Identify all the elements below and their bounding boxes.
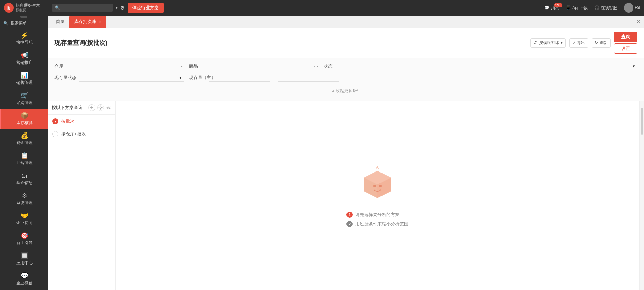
search-icon: 🔍 <box>55 5 60 10</box>
user-avatar-area[interactable]: Rit <box>624 3 640 13</box>
product-input[interactable] <box>209 62 311 70</box>
product-more-icon[interactable]: ··· <box>314 63 318 69</box>
tab-bar: 首页 库存批次账 ✕ ✕ <box>48 16 644 28</box>
status-dropdown-icon: ▾ <box>633 64 635 69</box>
finance-icon: 💰 <box>21 132 28 139</box>
topbar-right: 💬 消息 99+ 📱 App下载 🎧 在线客服 Rit <box>544 3 640 13</box>
tab-inventory-batch-label: 库存批次账 <box>74 19 96 25</box>
sidebar-label: 经营管理 <box>16 160 33 166</box>
right-scrollbar[interactable] <box>639 101 644 290</box>
online-service-button[interactable]: 🎧 在线客服 <box>594 5 617 11</box>
status-filter: 状态 ▾ <box>324 62 637 70</box>
operation-icon: 📋 <box>21 152 28 159</box>
messages-button[interactable]: 💬 消息 99+ <box>544 5 559 11</box>
filter-row-2: 现存量状态 ▾ 现存量（主） — <box>54 74 637 82</box>
product-label: 商品 <box>189 63 206 69</box>
collapse-more-btn[interactable]: ∧ 收起更多条件 <box>54 85 637 96</box>
experience-button[interactable]: 体验行业方案 <box>128 3 164 13</box>
inventory-status-dropdown-icon: ▾ <box>179 75 182 80</box>
sidebar-label: 营销推广 <box>16 60 33 66</box>
sidebar-label: 新手引导 <box>16 240 33 246</box>
sidebar-item-system[interactable]: ⚙ 系统管理 <box>0 189 48 209</box>
warehouse-more-icon[interactable]: ··· <box>179 63 184 69</box>
sidebar-label: 库存核算 <box>16 120 33 126</box>
content-area: 首页 库存批次账 ✕ ✕ 现存量查询(按批次) 🖨 按模板打印 ▾ <box>48 16 644 290</box>
sidebar-item-guide[interactable]: 🎯 新手引导 <box>0 229 48 249</box>
scheme-settings-btn[interactable] <box>97 104 104 111</box>
empty-tips: 1 请先选择要分析的方案 2 用过滤条件来缩小分析范围 <box>346 212 408 227</box>
body-layout: 按以下方案查询 + ≪ ● 按批次 <box>48 101 644 290</box>
refresh-icon: ↻ <box>595 40 598 45</box>
topbar: b 畅康通好生意 标准版 🔍 ▾ ⚙ 体验行业方案 💬 消息 99+ 📱 App… <box>0 0 644 16</box>
data-area: 1 请先选择要分析的方案 2 用过滤条件来缩小分析范围 <box>116 101 639 290</box>
sidebar-item-basic[interactable]: 🗂 基础信息 <box>0 169 48 189</box>
sidebar-label: 采购管理 <box>16 100 33 106</box>
quick-nav-icon: ⚡ <box>21 32 28 38</box>
sidebar-item-quick-nav[interactable]: ⚡ 快捷导航 <box>0 29 48 49</box>
sidebar-item-enterprise[interactable]: 🤝 企业协同 <box>0 209 48 229</box>
settings-button[interactable]: 设置 <box>614 43 637 54</box>
close-all-tabs-btn[interactable]: ✕ <box>636 18 641 25</box>
range-separator: — <box>271 75 277 81</box>
topbar-dropdown-btn[interactable]: ▾ <box>116 5 118 10</box>
tab-inventory-batch[interactable]: 库存批次账 ✕ <box>69 16 106 28</box>
scheme-panel-title: 按以下方案查询 <box>52 105 86 111</box>
scheme-item-by-batch[interactable]: ● 按批次 <box>48 115 115 128</box>
tab-home[interactable]: 首页 <box>51 16 69 28</box>
sidebar-item-wechat[interactable]: 💬 企业微信 <box>0 269 48 289</box>
collapse-arrow-icon: ∧ <box>332 89 335 93</box>
status-select[interactable]: ▾ <box>343 62 637 70</box>
sidebar-item-apps[interactable]: 🔲 应用中心 <box>0 249 48 269</box>
sidebar-label: 企业协同 <box>16 220 33 226</box>
query-settings-group: 查询 设置 <box>614 32 637 54</box>
page-actions: 🖨 按模板打印 ▾ ↗ 导出 ↻ 刷新 查询 设置 <box>530 32 637 54</box>
collapse-label: 收起更多条件 <box>336 88 360 94</box>
sidebar-item-purchase[interactable]: 🛒 采购管理 <box>0 89 48 109</box>
message-icon: 💬 <box>544 5 549 10</box>
sidebar-search[interactable]: 🔍 搜索菜单 <box>0 18 48 29</box>
product-filter: 商品 ··· <box>189 62 318 70</box>
empty-state: 1 请先选择要分析的方案 2 用过滤条件来缩小分析范围 <box>116 101 639 290</box>
basic-icon: 🗂 <box>21 173 28 179</box>
topbar-center: 🔍 ▾ ⚙ 体验行业方案 <box>52 3 544 13</box>
tip-text-1: 请先选择要分析的方案 <box>355 212 400 218</box>
warehouse-input[interactable] <box>74 62 176 70</box>
refresh-button[interactable]: ↻ 刷新 <box>592 38 611 48</box>
user-name: Rit <box>635 5 640 10</box>
sidebar: 🔍 搜索菜单 ⚡ 快捷导航 📢 营销推广 📊 销售管理 🛒 采购管理 📦 库存核… <box>0 16 48 290</box>
scheme-add-btn[interactable]: + <box>88 104 95 111</box>
query-button[interactable]: 查询 <box>614 32 637 42</box>
print-button[interactable]: 🖨 按模板打印 ▾ <box>530 38 566 48</box>
scheme-collapse-icon[interactable]: ≪ <box>106 105 111 110</box>
tip-text-2: 用过滤条件来缩小分析范围 <box>355 221 408 227</box>
print-dropdown-icon: ▾ <box>561 40 563 45</box>
sidebar-label: 系统管理 <box>16 200 33 206</box>
sidebar-item-sales[interactable]: 📊 销售管理 <box>0 69 48 89</box>
sidebar-item-operation[interactable]: 📋 经营管理 <box>0 149 48 169</box>
scheme-item-by-warehouse-batch[interactable]: ○ 按仓库+批次 <box>48 128 115 141</box>
sidebar-search-label: 搜索菜单 <box>11 20 27 26</box>
inventory-main-from[interactable] <box>209 74 270 82</box>
export-icon: ↗ <box>572 40 576 45</box>
page-header: 现存量查询(按批次) 🖨 按模板打印 ▾ ↗ 导出 ↻ 刷新 <box>48 28 644 58</box>
topbar-gear-btn[interactable]: ⚙ <box>120 5 125 11</box>
page-content: 现存量查询(按批次) 🖨 按模板打印 ▾ ↗ 导出 ↻ 刷新 <box>48 28 644 290</box>
sidebar-item-inventory[interactable]: 📦 库存核算 <box>0 109 48 129</box>
headset-icon: 🎧 <box>594 5 599 10</box>
tab-bar-right: ✕ <box>636 18 641 25</box>
export-button[interactable]: ↗ 导出 <box>569 38 588 48</box>
sidebar-item-finance[interactable]: 💰 资金管理 <box>0 129 48 149</box>
tip-number-2: 2 <box>346 221 353 227</box>
empty-tip-2: 2 用过滤条件来缩小分析范围 <box>346 221 408 227</box>
inventory-status-select[interactable]: ▾ <box>79 74 184 82</box>
topbar-search-bar[interactable]: 🔍 <box>52 4 113 12</box>
inventory-main-to[interactable] <box>278 74 339 82</box>
tip-number-1: 1 <box>346 212 353 218</box>
inventory-main-filter: 现存量（主） — <box>189 74 318 82</box>
app-download-button[interactable]: 📱 App下载 <box>566 5 588 11</box>
tab-close-icon[interactable]: ✕ <box>98 19 102 24</box>
scheme-item-label: 按批次 <box>61 118 74 124</box>
tab-home-label: 首页 <box>56 19 65 25</box>
sidebar-item-marketing[interactable]: 📢 营销推广 <box>0 49 48 69</box>
warehouse-filter: 仓库 ··· <box>54 62 184 70</box>
